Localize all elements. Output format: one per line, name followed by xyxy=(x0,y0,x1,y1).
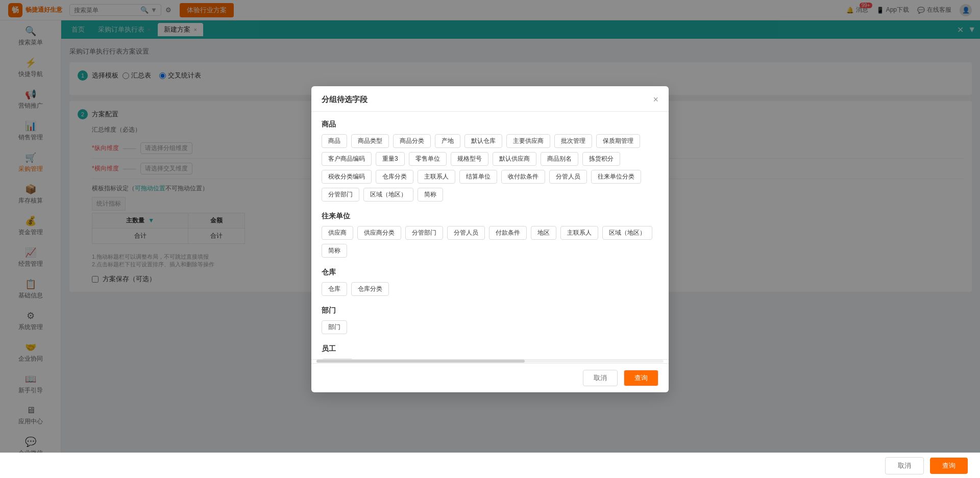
field-tags: 商品商品类型商品分类产地默认仓库主要供应商批次管理保质期管理客户商品编码重量3零… xyxy=(322,134,658,202)
field-group-往来单位: 往来单位供应商供应商分类分管部门分管人员付款条件地区主联系人区域（地区）简称 xyxy=(322,212,658,258)
field-tag[interactable]: 简称 xyxy=(322,244,347,258)
field-tag[interactable]: 分管部门 xyxy=(405,226,443,240)
field-tags: 仓库仓库分类 xyxy=(322,282,658,296)
field-tag[interactable]: 商品类型 xyxy=(351,134,389,148)
field-tag[interactable]: 区域（地区） xyxy=(602,226,652,240)
field-group-员工: 员工业务员 xyxy=(322,344,658,359)
field-tags: 供应商供应商分类分管部门分管人员付款条件地区主联系人区域（地区）简称 xyxy=(322,226,658,258)
field-tag[interactable]: 分管部门 xyxy=(322,188,359,202)
field-tag[interactable]: 商品 xyxy=(322,134,347,148)
bottom-cancel-btn[interactable]: 取消 xyxy=(885,457,924,474)
modal-confirm-btn[interactable]: 查询 xyxy=(624,370,658,386)
field-tags: 部门 xyxy=(322,320,658,334)
field-group-title: 部门 xyxy=(322,306,658,315)
field-tag[interactable]: 零售单位 xyxy=(409,152,447,166)
modal-header: 分组待选字段 × xyxy=(311,86,669,112)
field-tag[interactable]: 商品别名 xyxy=(541,152,578,166)
field-tag[interactable]: 简称 xyxy=(418,188,443,202)
modal-title: 分组待选字段 xyxy=(322,95,368,105)
field-tag[interactable]: 规格型号 xyxy=(451,152,488,166)
field-tag[interactable]: 税收分类编码 xyxy=(322,170,372,184)
modal-hscrollbar[interactable] xyxy=(311,359,669,363)
field-select-modal: 分组待选字段 × 商品商品商品类型商品分类产地默认仓库主要供应商批次管理保质期管… xyxy=(311,86,669,392)
field-tag[interactable]: 重量3 xyxy=(376,152,405,166)
bottom-action-bar: 取消 查询 xyxy=(0,452,980,478)
field-tag[interactable]: 地区 xyxy=(531,226,556,240)
field-tag[interactable]: 主联系人 xyxy=(418,170,455,184)
modal-cancel-btn[interactable]: 取消 xyxy=(583,370,618,386)
field-tag[interactable]: 默认供应商 xyxy=(493,152,536,166)
bottom-confirm-btn[interactable]: 查询 xyxy=(930,458,968,474)
field-tag[interactable]: 仓库 xyxy=(322,282,347,296)
field-group-部门: 部门部门 xyxy=(322,306,658,334)
field-group-title: 往来单位 xyxy=(322,212,658,221)
field-tag[interactable]: 产地 xyxy=(435,134,460,148)
field-tag[interactable]: 区域（地区） xyxy=(363,188,413,202)
field-tag[interactable]: 保质期管理 xyxy=(596,134,640,148)
field-tag[interactable]: 往来单位分类 xyxy=(591,170,641,184)
field-tag[interactable]: 供应商分类 xyxy=(357,226,401,240)
field-tag[interactable]: 仓库分类 xyxy=(376,170,413,184)
field-tag[interactable]: 客户商品编码 xyxy=(322,152,372,166)
modal-footer: 取消 查询 xyxy=(311,363,669,392)
field-tag[interactable]: 分管人员 xyxy=(549,170,587,184)
field-group-title: 仓库 xyxy=(322,268,658,277)
field-tag[interactable]: 默认仓库 xyxy=(464,134,502,148)
field-group-title: 员工 xyxy=(322,344,658,354)
field-group-title: 商品 xyxy=(322,120,658,129)
field-tag[interactable]: 供应商 xyxy=(322,226,353,240)
field-tag[interactable]: 批次管理 xyxy=(554,134,592,148)
modal-close-btn[interactable]: × xyxy=(653,94,658,105)
field-tag[interactable]: 收付款条件 xyxy=(501,170,545,184)
field-group-商品: 商品商品商品类型商品分类产地默认仓库主要供应商批次管理保质期管理客户商品编码重量… xyxy=(322,120,658,202)
field-tag[interactable]: 部门 xyxy=(322,320,347,334)
field-tag[interactable]: 拣货积分 xyxy=(582,152,620,166)
field-tag[interactable]: 主要供应商 xyxy=(506,134,550,148)
field-group-仓库: 仓库仓库仓库分类 xyxy=(322,268,658,296)
field-tag[interactable]: 付款条件 xyxy=(489,226,527,240)
field-tag[interactable]: 分管人员 xyxy=(447,226,485,240)
field-tag[interactable]: 商品分类 xyxy=(393,134,431,148)
field-tag[interactable]: 结算单位 xyxy=(459,170,497,184)
field-tag[interactable]: 主联系人 xyxy=(560,226,598,240)
modal-overlay: 分组待选字段 × 商品商品商品类型商品分类产地默认仓库主要供应商批次管理保质期管… xyxy=(0,0,980,478)
modal-body: 商品商品商品类型商品分类产地默认仓库主要供应商批次管理保质期管理客户商品编码重量… xyxy=(311,112,669,359)
field-tag[interactable]: 仓库分类 xyxy=(351,282,389,296)
